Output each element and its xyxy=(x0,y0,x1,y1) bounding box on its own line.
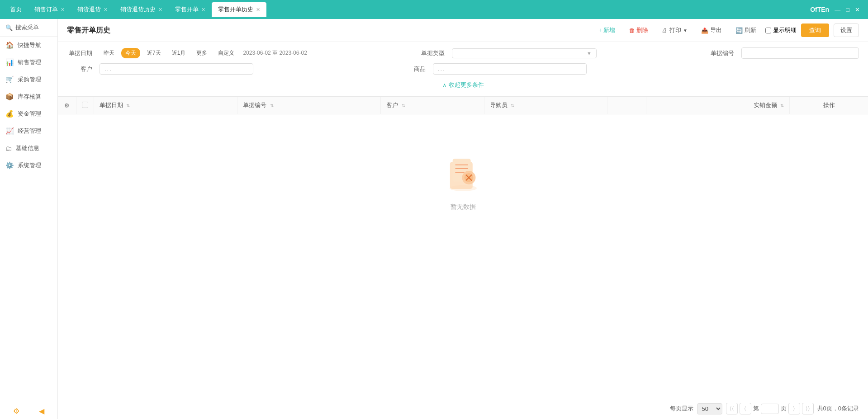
tab-retail-open-history-close[interactable]: ✕ xyxy=(256,7,260,13)
display-detail-input[interactable] xyxy=(765,28,771,33)
date-more-btn[interactable]: 更多 xyxy=(192,48,211,58)
sidebar-item-purchase-mgmt[interactable]: 🛒 采购管理 xyxy=(0,71,57,88)
filter-area: 单据日期 昨天 今天 近7天 近1月 更多 自定义 2023-06-02 至 2… xyxy=(58,42,868,97)
purchase-mgmt-icon: 🛒 xyxy=(5,75,14,84)
page-last-btn[interactable]: ⟩⟩ xyxy=(802,403,814,414)
sidebar-item-inventory[interactable]: 📦 库存核算 xyxy=(0,88,57,105)
date-yesterday-btn[interactable]: 昨天 xyxy=(100,48,119,58)
tab-sales-order[interactable]: 销售订单 ✕ xyxy=(28,2,71,17)
page-nav: ⟨⟨ ⟨ 第 1 页 ⟩ ⟩⟩ xyxy=(726,403,814,414)
number-filter-input[interactable] xyxy=(741,47,859,59)
delete-button[interactable]: 🗑 删除 xyxy=(624,24,653,37)
sidebar-item-finance-label: 资金管理 xyxy=(18,110,41,118)
goods-filter-dots: ... xyxy=(438,66,446,72)
type-filter-select[interactable]: ▼ xyxy=(452,48,597,58)
th-number[interactable]: 单据编号 ⇅ xyxy=(237,97,380,114)
tab-retail-open-label: 零售开单 xyxy=(175,5,199,14)
goods-filter-select[interactable]: ... xyxy=(433,63,587,75)
empty-state: 暂无数据 xyxy=(58,114,868,247)
page-prev-btn[interactable]: ⟨ xyxy=(740,403,751,414)
date-filter-label: 单据日期 xyxy=(67,49,92,57)
sidebar-item-quick-nav[interactable]: 🏠 快捷导航 xyxy=(0,37,57,54)
collapse-sidebar-btn[interactable]: ◀ xyxy=(39,407,44,415)
page-first-btn[interactable]: ⟨⟨ xyxy=(726,403,738,414)
th-customer[interactable]: 客户 ⇅ xyxy=(381,97,484,114)
date-7days-btn[interactable]: 近7天 xyxy=(143,48,165,58)
sidebar-item-operations[interactable]: 📈 经营管理 xyxy=(0,122,57,140)
sys-mgmt-icon: ⚙️ xyxy=(5,161,14,169)
select-all-checkbox[interactable] xyxy=(82,102,88,108)
sidebar-item-sales-mgmt[interactable]: 📊 销售管理 xyxy=(0,54,57,71)
minimize-btn[interactable]: — xyxy=(835,6,840,13)
setting-button[interactable]: 设置 xyxy=(834,24,859,37)
th-settings[interactable]: ⚙ xyxy=(58,97,76,114)
refresh-button[interactable]: 🔄 刷新 xyxy=(731,24,761,37)
page-label-post: 页 xyxy=(781,405,787,413)
th-date[interactable]: 单据日期 ⇅ xyxy=(94,97,237,114)
date-custom-btn[interactable]: 自定义 xyxy=(214,48,238,58)
th-spacer xyxy=(607,97,646,114)
tab-retail-open-close[interactable]: ✕ xyxy=(201,7,205,13)
tab-retail-open-history[interactable]: 零售开单历史 ✕ xyxy=(212,2,266,17)
tab-sales-return[interactable]: 销货退货 ✕ xyxy=(71,2,114,17)
query-button[interactable]: 查询 xyxy=(801,24,829,37)
sort-number-icon: ⇅ xyxy=(270,103,274,108)
tab-retail-open-history-label: 零售开单历史 xyxy=(218,5,253,14)
top-bar-right: OfTEn — □ ✕ xyxy=(810,6,864,13)
th-amount[interactable]: 实销金额 ⇅ xyxy=(646,97,790,114)
pagination: 每页显示 50 10 20 100 ⟨⟨ ⟨ 第 1 页 ⟩ ⟩⟩ 共0页，0条… xyxy=(58,398,868,419)
maximize-btn[interactable]: □ xyxy=(846,6,849,13)
date-today-btn[interactable]: 今天 xyxy=(121,48,140,58)
delete-label: 删除 xyxy=(636,26,648,34)
print-dropdown-icon: ▼ xyxy=(683,28,688,33)
tab-sales-return-history[interactable]: 销货退货历史 ✕ xyxy=(114,2,169,17)
sidebar-item-basic-info[interactable]: 🗂 基础信息 xyxy=(0,140,57,157)
collapse-btn[interactable]: ∧ 收起更多条件 xyxy=(439,79,488,91)
display-detail-checkbox[interactable]: 显示明细 xyxy=(765,26,797,34)
tab-retail-open[interactable]: 零售开单 ✕ xyxy=(169,2,212,17)
empty-state-row: 暂无数据 xyxy=(58,114,868,248)
tab-sales-return-history-close[interactable]: ✕ xyxy=(158,7,162,13)
page-size-label: 每页显示 xyxy=(670,405,693,413)
number-filter-label: 单据编号 xyxy=(709,49,734,57)
sidebar-search[interactable]: 🔍 搜索采单 xyxy=(0,19,57,37)
export-button[interactable]: 📤 导出 xyxy=(697,24,726,37)
sort-date-icon: ⇅ xyxy=(126,103,130,108)
tab-sales-return-label: 销货退货 xyxy=(77,5,101,14)
type-filter-dropdown-icon: ▼ xyxy=(587,51,592,56)
table-body: 暂无数据 xyxy=(58,114,868,248)
date-1month-btn[interactable]: 近1月 xyxy=(168,48,190,58)
page-label-pre: 第 xyxy=(753,405,759,413)
table-container: ⚙ 单据日期 ⇅ 单据编号 ⇅ 客户 ⇅ xyxy=(58,97,868,398)
empty-state-icon xyxy=(441,151,486,196)
customer-filter-select[interactable]: ... xyxy=(100,63,253,75)
sidebar-item-operations-label: 经营管理 xyxy=(18,127,41,135)
th-checkbox[interactable] xyxy=(76,97,94,114)
sort-guide-icon: ⇅ xyxy=(511,103,514,108)
finance-icon: 💰 xyxy=(5,110,14,118)
page-size-select[interactable]: 50 10 20 100 xyxy=(697,403,722,414)
settings-icon-btn[interactable]: ⚙ xyxy=(13,407,19,415)
export-icon: 📤 xyxy=(701,27,708,34)
sidebar-item-finance[interactable]: 💰 资金管理 xyxy=(0,105,57,122)
th-guide[interactable]: 导购员 ⇅ xyxy=(484,97,607,114)
tab-home[interactable]: 首页 xyxy=(4,2,28,17)
customer-filter-label: 客户 xyxy=(67,65,92,73)
tab-sales-order-close[interactable]: ✕ xyxy=(61,7,65,13)
top-tabbar: 首页 销售订单 ✕ 销货退货 ✕ 销货退货历史 ✕ 零售开单 ✕ 零售开单历史 … xyxy=(0,0,868,19)
print-button[interactable]: 🖨 打印 ▼ xyxy=(657,24,692,37)
page-input[interactable]: 1 xyxy=(761,404,779,414)
sidebar-item-purchase-mgmt-label: 采购管理 xyxy=(18,75,41,84)
table-header-row: ⚙ 单据日期 ⇅ 单据编号 ⇅ 客户 ⇅ xyxy=(58,97,868,114)
tab-sales-return-close[interactable]: ✕ xyxy=(104,7,108,13)
sidebar-item-sys-mgmt-label: 系统管理 xyxy=(18,161,41,169)
close-btn[interactable]: ✕ xyxy=(855,6,860,13)
collapse-row: ∧ 收起更多条件 xyxy=(67,79,859,91)
brand-label: OfTEn xyxy=(810,6,829,13)
main-layout: 🔍 搜索采单 🏠 快捷导航 📊 销售管理 🛒 采购管理 📦 库存核算 💰 资金管… xyxy=(0,19,868,419)
page-total: 共0页，0条记录 xyxy=(817,405,859,413)
sidebar-item-sys-mgmt[interactable]: ⚙️ 系统管理 xyxy=(0,157,57,174)
collapse-label: 收起更多条件 xyxy=(449,81,484,89)
add-button[interactable]: + 新增 xyxy=(594,24,620,37)
page-next-btn[interactable]: ⟩ xyxy=(788,403,800,414)
